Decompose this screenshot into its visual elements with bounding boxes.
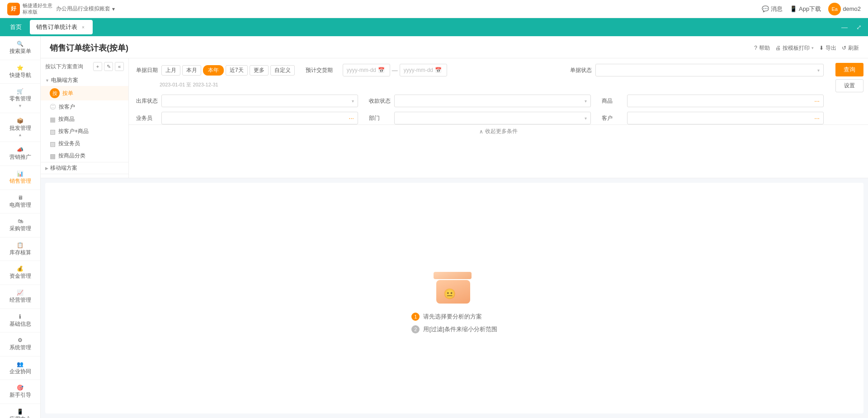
scheme-item-goods[interactable]: ▦ 按商品 (41, 113, 128, 125)
sidebar-item-sales[interactable]: 📊 销售管理 (0, 166, 40, 190)
breadcrumb-dropdown[interactable]: 办公用品行业模拟账套 ▾ (56, 5, 115, 13)
top-bar: 好 畅捷通好生意 标准版 办公用品行业模拟账套 ▾ 💬 消息 📱 App下载 E… (0, 0, 868, 18)
help-btn[interactable]: ? 帮助 (754, 44, 770, 52)
quicknav-icon: ⭐ (17, 65, 24, 71)
goods-more-icon[interactable]: ··· (814, 97, 820, 104)
tab-close-icon[interactable]: × (80, 24, 86, 30)
sidebar-item-system[interactable]: ⚙ 系统管理 (0, 332, 40, 356)
collapse-label: 收起更多条件 (485, 128, 518, 135)
order-status-group: 单据状态 ▾ (570, 64, 824, 76)
date-btn-7days[interactable]: 近7天 (226, 65, 248, 76)
sidebar-label-business: 经营管理 (9, 297, 31, 304)
sidebar-item-ecommerce[interactable]: 🖥 电商管理 (0, 190, 40, 214)
scheme-mobile-arrow: ▶ (45, 166, 48, 171)
tab-home[interactable]: 首页 (4, 20, 28, 34)
tab-home-label: 首页 (10, 23, 22, 31)
tab-bar: 首页 销售订单统计表 × — ⤢ (0, 18, 868, 36)
sidebar-item-purchase[interactable]: 🛍 采购管理 (0, 214, 40, 238)
sidebar-item-business[interactable]: 📈 经营管理 (0, 285, 40, 309)
print-btn[interactable]: 🖨 按模板打印 ▾ (775, 44, 814, 52)
scheme-panel: 按以下方案查询 + ✎ « ▼ 电脑端方案 (41, 58, 129, 178)
sidebar-item-quicknav[interactable]: ⭐ 快捷导航 (0, 60, 40, 84)
department-select[interactable]: ▾ (394, 112, 591, 124)
scheme-pc-header[interactable]: ▼ 电脑端方案 (41, 75, 128, 86)
export-btn[interactable]: ⬇ 导出 (819, 44, 836, 52)
tab-maximize-btn[interactable]: ⤢ (854, 22, 864, 33)
expected-date-group: 预计交货期 yyyy-mm-dd 📅 — yyyy-mm-dd (306, 64, 559, 76)
scheme-item-salesperson[interactable]: ▨ 按业务员 (41, 138, 128, 150)
expected-date-label: 预计交货期 (306, 66, 337, 74)
query-button[interactable]: 查询 (835, 63, 863, 76)
payment-status-select[interactable]: ▾ (394, 95, 591, 107)
empty-tip-2: 2 用[过滤]条件来缩小分析范围 (411, 325, 497, 333)
message-label: 消息 (771, 5, 783, 13)
sidebar-item-guide[interactable]: 🎯 新手引导 (0, 380, 40, 404)
order-status-label: 单据状态 (570, 66, 593, 74)
sidebar-label-quicknav: 快捷导航 (9, 72, 31, 79)
tabbar-actions: — ⤢ (839, 22, 864, 33)
user-menu[interactable]: Ea demo2 (828, 3, 861, 15)
scheme-mobile-header[interactable]: ▶ 移动端方案 (41, 162, 128, 174)
sidebar-item-search[interactable]: 🔍 搜索菜单 (0, 36, 40, 60)
sidebar-item-basic[interactable]: ℹ 基础信息 (0, 309, 40, 333)
app-download-btn[interactable]: 📱 App下载 (790, 5, 821, 13)
scheme-item-customer-goods[interactable]: ▧ 按客户+商品 (41, 125, 128, 138)
scheme-pc-group: ▼ 电脑端方案 按 按单 ㊁ (41, 75, 128, 162)
scheme-item-customer[interactable]: ㊁ 按客户 (41, 100, 128, 113)
empty-hint-2: 用[过滤]条件来缩小分析范围 (423, 325, 497, 333)
setting-button[interactable]: 设置 (835, 79, 863, 92)
date-to-input[interactable]: yyyy-mm-dd 📅 (400, 64, 447, 76)
salesperson-input[interactable]: ··· (161, 112, 358, 124)
customer-more-icon[interactable]: ··· (814, 114, 820, 122)
department-label: 部门 (369, 114, 392, 122)
sidebar-item-marketing[interactable]: 📣 营销推广 (0, 142, 40, 166)
message-btn[interactable]: 💬 消息 (762, 5, 783, 13)
page-actions: ? 帮助 🖨 按模板打印 ▾ ⬇ 导出 ↺ 刷新 (754, 44, 859, 52)
scheme-mobile-group: ▶ 移动端方案 (41, 162, 128, 174)
date-from-input[interactable]: yyyy-mm-dd 📅 (343, 64, 390, 76)
sidebar-item-wholesale[interactable]: 📦 批发管理 ▲ (0, 113, 40, 142)
sidebar-item-cooperation[interactable]: 👥 企业协同 (0, 356, 40, 380)
sidebar-item-inventory[interactable]: 📋 库存核算 (0, 238, 40, 261)
filter-row-1: 单据日期 上月 本月 本年 近7天 更多 自定义 (136, 64, 824, 76)
sidebar-label-wholesale: 批发管理 (9, 125, 31, 132)
tab-minimize-btn[interactable]: — (839, 22, 850, 33)
goods-input[interactable]: ··· (627, 95, 824, 107)
date-btn-more[interactable]: 更多 (250, 65, 269, 76)
scheme-edit-btn[interactable]: ✎ (104, 62, 113, 71)
order-status-select[interactable]: ▾ (595, 64, 824, 76)
ship-status-label: 出库状态 (136, 97, 159, 105)
sidebar-item-retail[interactable]: 🛒 零售管理 ▼ (0, 84, 40, 113)
purchase-icon: 🛍 (18, 218, 23, 224)
help-label: 帮助 (759, 44, 770, 52)
date-btn-this-month[interactable]: 本月 (182, 65, 201, 76)
export-icon: ⬇ (819, 45, 824, 51)
right-side: 单据日期 上月 本月 本年 近7天 更多 自定义 (129, 58, 868, 178)
logo-line2: 标准版 (23, 9, 52, 15)
scheme-add-btn[interactable]: + (93, 62, 102, 71)
sidebar-item-finance[interactable]: 💰 资金管理 (0, 261, 40, 285)
sidebar-label-ecommerce: 电商管理 (9, 202, 31, 209)
date-btn-this-year[interactable]: 本年 (203, 65, 224, 76)
scheme-item-order[interactable]: 按 按单 (41, 86, 128, 100)
scheme-header-label: 按以下方案查询 (45, 63, 83, 71)
scheme-collapse-btn[interactable]: « (115, 62, 124, 71)
order-status-arrow: ▾ (817, 68, 820, 73)
inventory-icon: 📋 (17, 242, 24, 248)
ship-status-select[interactable]: ▾ (161, 95, 358, 107)
date-to-placeholder: yyyy-mm-dd (404, 67, 433, 73)
customer-input[interactable]: ··· (627, 112, 824, 124)
department-arrow: ▾ (585, 116, 587, 121)
date-btn-last-month[interactable]: 上月 (161, 65, 180, 76)
sidebar-label-inventory: 库存核算 (9, 249, 31, 256)
collapse-btn[interactable]: ∧ 收起更多条件 (129, 124, 868, 138)
tab-active[interactable]: 销售订单统计表 × (30, 20, 93, 34)
date-separator: — (392, 67, 398, 74)
ecommerce-icon: 🖥 (18, 195, 23, 201)
sidebar-item-appcenter[interactable]: 📱 应用中心 (0, 404, 40, 418)
scheme-item-category[interactable]: ▩ 按商品分类 (41, 150, 128, 162)
date-btn-custom[interactable]: 自定义 (270, 65, 295, 76)
salesperson-more-icon[interactable]: ··· (349, 114, 354, 122)
refresh-btn[interactable]: ↺ 刷新 (842, 44, 859, 52)
cal-to-icon: 📅 (435, 67, 442, 73)
